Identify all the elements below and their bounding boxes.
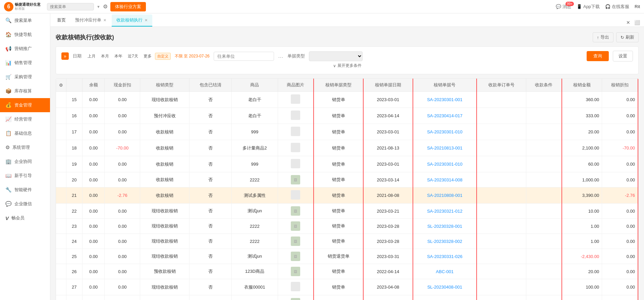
online-service-btn[interactable]: 🎧 在线客服 xyxy=(605,4,629,10)
filter-settings-btn[interactable]: 设置 xyxy=(613,51,633,61)
logo-text: 畅捷通谱好生意 xyxy=(15,2,41,7)
date-btn-7days[interactable]: 近7天 xyxy=(126,52,140,60)
more-conditions-btn[interactable]: ∨ 展开更多条件 xyxy=(61,61,633,70)
cell-cancel-bill-type: 销货单 xyxy=(314,124,363,140)
bill-no-link[interactable]: SL-20230408-001 xyxy=(427,285,462,290)
cell-included-settled: 否 xyxy=(189,172,231,187)
tab-close-all-btn[interactable]: ✕ xyxy=(625,18,632,27)
bill-no-link[interactable]: SA-20230301-010 xyxy=(427,162,463,167)
date-btn-last-month[interactable]: 上月 xyxy=(86,52,98,60)
col-settings[interactable]: ⚙ xyxy=(56,79,66,92)
sidebar-item-member[interactable]: V 畅会员 xyxy=(0,211,50,225)
cell-cancel-bill-no: SL-20230328-001 xyxy=(413,219,477,234)
cell-cancel-amount: 60.00 xyxy=(562,156,602,172)
query-btn[interactable]: 查询 xyxy=(587,51,609,61)
col-balance: 余额 xyxy=(82,79,104,92)
sidebar-item-quick-nav[interactable]: 🏠 快捷导航 xyxy=(0,28,50,42)
bill-no-link[interactable]: SA-20230414-017 xyxy=(427,113,463,118)
sidebar-item-inventory[interactable]: 📦 库存核算 xyxy=(0,84,50,98)
bill-no-link[interactable]: SA-20230301-010 xyxy=(427,129,463,134)
refresh-btn[interactable]: ↻ 刷新 xyxy=(616,32,639,42)
date-btn-more[interactable]: 更多 xyxy=(142,52,154,60)
table-row: 18 0.00 -70.00 收款核销 否 多计量商品2 销货单 2021-08… xyxy=(56,140,638,156)
cell-goods: 999 xyxy=(232,124,278,140)
cell-goods: 衣服00001 xyxy=(232,279,278,295)
bill-no-link[interactable]: ABC-001 xyxy=(436,269,454,274)
sidebar-item-operations[interactable]: 📈 经营管理 xyxy=(0,112,50,126)
bill-no-link[interactable]: SL-20230328-001 xyxy=(427,224,462,229)
bill-no-link[interactable]: SA-20210808-001 xyxy=(427,193,463,198)
table-row: 25 0.00 0.00 现结收款核销 否 测试jun 🖼 销货退货单 2023… xyxy=(56,249,638,264)
cell-receipt-condition xyxy=(526,279,562,295)
goods-image xyxy=(291,143,300,152)
cell-cancel-type: 现结收款核销 xyxy=(140,279,189,295)
cell-cancel-bill-date: 2023-04-08 xyxy=(363,279,413,295)
supplier-dots[interactable]: … xyxy=(278,53,283,59)
tab-prepay-close[interactable]: ✕ xyxy=(103,18,106,23)
bill-no-link[interactable]: SA-20230314-008 xyxy=(427,177,463,182)
table-row: 15 0.00 0.00 现结收款核销 否 老白干 销货单 2023-03-01… xyxy=(56,92,638,108)
top-bar-right: 💬 消息 99+ 📱 App下载 🎧 在线客服 Rit xyxy=(556,4,640,10)
cell-cancel-bill-no: SL-20230328-002 xyxy=(413,234,477,249)
cell-cancel-amount: 1.00 xyxy=(562,234,602,249)
bill-type-select[interactable] xyxy=(309,51,363,61)
cell-goods: 老白干 xyxy=(232,92,278,108)
bill-no-link[interactable]: SL-20230328-002 xyxy=(427,239,462,244)
sidebar-item-wechat[interactable]: 💬 企业微信 xyxy=(0,197,50,211)
date-btn-custom[interactable]: 自定义 xyxy=(155,53,171,60)
cell-balance: 0.00 xyxy=(82,234,104,249)
cell-cancel-discount: -2.76 xyxy=(602,187,638,204)
trial-btn[interactable]: 体验行业方案 xyxy=(110,2,146,11)
mobile-icon: 📱 xyxy=(577,4,582,9)
sidebar-label-sales: 销售管理 xyxy=(14,60,32,66)
bill-no-link[interactable]: SA-20230331-026 xyxy=(427,254,463,259)
notification-btn[interactable]: 💬 消息 99+ xyxy=(556,4,571,10)
cell-receipt-order-no xyxy=(477,204,526,219)
cell-settings xyxy=(56,172,66,187)
cell-cancel-bill-date: 2023-03-28 xyxy=(363,219,413,234)
expand-filter-btn[interactable]: » xyxy=(61,52,69,60)
cell-cash-discount: 0.00 xyxy=(105,249,140,264)
sidebar-item-sales[interactable]: 📊 销售管理 xyxy=(0,56,50,70)
bill-no-link[interactable]: SA-20230321-012 xyxy=(427,209,463,214)
gear-icon[interactable]: ⚙ xyxy=(103,3,108,10)
tab-home[interactable]: 首页 xyxy=(53,14,70,27)
tab-prepay[interactable]: 预付冲应付单 ✕ xyxy=(70,14,111,27)
cell-goods: 老白干 xyxy=(232,108,278,124)
breadcrumb-input[interactable] xyxy=(47,3,94,10)
sidebar-item-system[interactable]: ⚙ 系统管理 xyxy=(0,140,50,155)
tab-expand-btn[interactable]: ⬜ xyxy=(633,18,641,27)
bill-no-link[interactable]: SA-20230301-001 xyxy=(427,97,463,102)
dropdown-arrow-icon[interactable]: ▼ xyxy=(97,5,100,9)
sidebar-item-purchase[interactable]: 🛒 采购管理 xyxy=(0,70,50,84)
supplier-input[interactable] xyxy=(214,52,274,61)
sidebar-item-enterprise[interactable]: 🏢 企业协同 xyxy=(0,155,50,169)
sidebar-item-smart-hw[interactable]: 🔧 智能硬件 xyxy=(0,183,50,197)
sidebar-item-guide[interactable]: 📖 新手引导 xyxy=(0,169,50,183)
col-cancel-amount: 核销金额 xyxy=(562,79,602,92)
goods-image xyxy=(291,111,300,120)
cell-cash-discount: -70.00 xyxy=(105,140,140,156)
goods-image xyxy=(291,190,300,200)
sidebar-label-finance: 资金管理 xyxy=(14,102,32,108)
sidebar-item-finance[interactable]: 💰 资金管理 xyxy=(0,98,50,112)
home-icon: 🏠 xyxy=(5,32,12,38)
sidebar-item-basic-info[interactable]: 📋 基础信息 xyxy=(0,126,50,140)
online-service-label: 在线客服 xyxy=(612,4,629,10)
bill-no-link[interactable]: SA-20210813-001 xyxy=(427,145,463,151)
table-container: ⚙ 余额 现金折扣 核销类型 包含已结清 商品 商品图片 核销单据类型 核销单据… xyxy=(56,78,639,300)
sidebar-item-marketing[interactable]: 📢 营销推广 xyxy=(0,42,50,56)
date-btn-this-year[interactable]: 本年 xyxy=(112,52,124,60)
cell-goods-image xyxy=(278,279,314,295)
export-btn[interactable]: ↑ 导出 xyxy=(593,32,614,42)
tab-cancel-exec[interactable]: 收款核销执行 ✕ xyxy=(112,14,152,27)
cell-cancel-bill-type: 销货单 xyxy=(314,219,363,234)
goods-image: 🖼 xyxy=(291,237,300,246)
tab-cancel-exec-close[interactable]: ✕ xyxy=(145,18,148,23)
table-header-row: ⚙ 余额 现金折扣 核销类型 包含已结清 商品 商品图片 核销单据类型 核销单据… xyxy=(56,79,638,92)
app-download-btn[interactable]: 📱 App下载 xyxy=(577,4,600,10)
date-btn-this-month[interactable]: 本月 xyxy=(99,52,111,60)
cell-balance: 0.00 xyxy=(82,187,104,204)
cell-cash-discount: 0.00 xyxy=(105,156,140,172)
sidebar-item-search[interactable]: 🔍 搜索菜单 xyxy=(0,13,50,28)
